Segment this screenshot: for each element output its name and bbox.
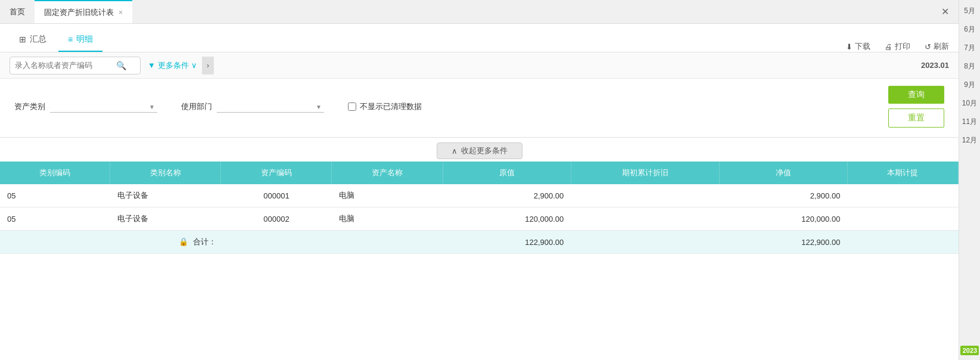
tab-active-label: 固定资产折旧统计表 xyxy=(44,7,114,18)
download-button[interactable]: ⬇ 下载 xyxy=(846,41,870,52)
search-icon: 🔍 xyxy=(116,61,126,70)
cell-asset-code: 000001 xyxy=(221,184,332,207)
sidebar-month[interactable]: 9月 xyxy=(959,76,980,94)
search-input-wrap: 🔍 xyxy=(10,57,141,75)
reset-button[interactable]: 重置 xyxy=(888,108,944,128)
sidebar-month[interactable]: 11月 xyxy=(959,113,980,131)
data-table: 类别编码 类别名称 资产编码 资产名称 原值 期初累计折旧 净值 本期计提 05… xyxy=(0,162,959,254)
advanced-filters: 资产类别 使用部门 不显示已清理数据 xyxy=(0,79,959,138)
cell-net-value: 120,000.00 xyxy=(719,207,847,231)
cell-asset-code: 000002 xyxy=(221,207,332,231)
total-asset-code xyxy=(221,231,332,254)
filter-row: 资产类别 使用部门 不显示已清理数据 xyxy=(14,86,944,128)
query-button[interactable]: 查询 xyxy=(888,86,944,104)
asset-category-label: 资产类别 xyxy=(14,101,45,112)
table-row: 05 电子设备 000001 电脑 2,900.00 2,900.00 xyxy=(0,184,959,207)
cell-accumulated-depreciation xyxy=(571,207,719,231)
sidebar-month[interactable]: 12月 xyxy=(959,132,980,149)
cell-net-value: 2,900.00 xyxy=(719,184,847,207)
collapse-arrow-icon: ∧ xyxy=(452,147,458,156)
collapse-label: 收起更多条件 xyxy=(461,145,508,156)
no-cleared-field: 不显示已清理数据 xyxy=(348,101,422,112)
col-original-value: 原值 xyxy=(443,162,571,184)
year-badge: 2023 xyxy=(960,346,979,355)
download-label: 下载 xyxy=(855,41,870,52)
cell-category-name: 电子设备 xyxy=(110,207,221,231)
no-cleared-label: 不显示已清理数据 xyxy=(360,101,422,112)
filter-icon: ▼ xyxy=(148,61,155,70)
print-button[interactable]: 🖨 打印 xyxy=(885,41,910,52)
detail-icon: ≡ xyxy=(68,35,73,44)
asset-category-select[interactable] xyxy=(50,101,157,113)
table-wrap: 类别编码 类别名称 资产编码 资产名称 原值 期初累计折旧 净值 本期计提 05… xyxy=(0,162,959,360)
sidebar-month[interactable]: 6月 xyxy=(959,21,980,38)
collapse-bar: ∧ 收起更多条件 xyxy=(0,138,959,162)
no-cleared-checkbox[interactable] xyxy=(348,103,356,111)
refresh-icon: ↺ xyxy=(925,42,931,51)
col-current-depreciation: 本期计提 xyxy=(847,162,958,184)
asset-category-select-wrap xyxy=(50,101,157,113)
cell-accumulated-depreciation xyxy=(571,184,719,207)
cell-category-name: 电子设备 xyxy=(110,184,221,207)
print-label: 打印 xyxy=(895,41,910,52)
date-display: 2023.01 xyxy=(921,61,949,70)
tab-home[interactable]: 首页 xyxy=(0,0,35,23)
right-sidebar: 5月6月7月8月9月10月11月12月2023 xyxy=(959,0,980,360)
table-row: 05 电子设备 000002 电脑 120,000.00 120,000.00 xyxy=(0,207,959,231)
cell-asset-name: 电脑 xyxy=(332,184,443,207)
tab-detail[interactable]: ≡ 明细 xyxy=(58,28,102,52)
summary-icon: ⊞ xyxy=(19,35,26,44)
total-current-depreciation xyxy=(847,231,958,254)
more-conditions-button[interactable]: ▼ 更多条件 ∨ xyxy=(148,60,197,71)
total-row: 🔒 合计： 122,900.00 122,900.00 xyxy=(0,231,959,254)
cell-original-value: 120,000.00 xyxy=(443,207,571,231)
asset-category-field: 资产类别 xyxy=(14,101,157,113)
table-body: 05 电子设备 000001 电脑 2,900.00 2,900.00 05 电… xyxy=(0,184,959,254)
download-icon: ⬇ xyxy=(846,42,853,51)
col-asset-code: 资产编码 xyxy=(221,162,332,184)
col-asset-name: 资产名称 xyxy=(332,162,443,184)
cell-original-value: 2,900.00 xyxy=(443,184,571,207)
collapse-button[interactable]: ∧ 收起更多条件 xyxy=(437,142,522,159)
window-close-button[interactable]: ✕ xyxy=(941,6,949,17)
total-original-value: 122,900.00 xyxy=(443,231,571,254)
total-net-value: 122,900.00 xyxy=(719,231,847,254)
department-select[interactable] xyxy=(217,101,324,113)
detail-label: 明细 xyxy=(76,34,93,45)
cell-asset-name: 电脑 xyxy=(332,207,443,231)
tab-home-label: 首页 xyxy=(10,7,25,17)
col-net-value: 净值 xyxy=(719,162,847,184)
refresh-label: 刷新 xyxy=(934,41,949,52)
total-accumulated-depreciation xyxy=(571,231,719,254)
department-label: 使用部门 xyxy=(181,101,212,112)
sub-tab-actions: ⬇ 下载 🖨 打印 ↺ 刷新 xyxy=(846,41,949,52)
department-select-wrap xyxy=(217,101,324,113)
sidebar-month[interactable]: 8月 xyxy=(959,58,980,75)
sidebar-month[interactable]: 7月 xyxy=(959,39,980,57)
tab-summary[interactable]: ⊞ 汇总 xyxy=(10,28,56,52)
filter-bar: 🔍 ▼ 更多条件 ∨ › 2023.01 xyxy=(0,52,959,79)
search-input[interactable] xyxy=(15,61,116,70)
refresh-button[interactable]: ↺ 刷新 xyxy=(925,41,949,52)
total-icon: 🔒 xyxy=(179,237,188,246)
col-category-name: 类别名称 xyxy=(110,162,221,184)
table-header: 类别编码 类别名称 资产编码 资产名称 原值 期初累计折旧 净值 本期计提 xyxy=(0,162,959,184)
chevron-down-icon: ∨ xyxy=(191,61,197,70)
sub-tab-bar: ⊞ 汇总 ≡ 明细 ⬇ 下载 🖨 打印 ↺ 刷新 xyxy=(0,24,959,52)
cell-current-depreciation xyxy=(847,184,958,207)
cell-current-depreciation xyxy=(847,207,958,231)
department-field: 使用部门 xyxy=(181,101,324,113)
date-arrow-button[interactable]: › xyxy=(202,57,214,75)
summary-label: 汇总 xyxy=(30,34,46,45)
sidebar-month[interactable]: 5月 xyxy=(959,2,980,20)
sidebar-month[interactable]: 10月 xyxy=(959,95,980,112)
tab-bar: 首页 固定资产折旧统计表 × ✕ xyxy=(0,0,959,24)
total-asset-name xyxy=(332,231,443,254)
cell-category-code: 05 xyxy=(0,184,110,207)
total-label: 🔒 合计： xyxy=(0,231,221,254)
tab-close-icon[interactable]: × xyxy=(119,8,123,17)
more-conditions-label: 更多条件 xyxy=(158,60,189,71)
cell-category-code: 05 xyxy=(0,207,110,231)
col-accumulated-depreciation: 期初累计折旧 xyxy=(571,162,719,184)
tab-active[interactable]: 固定资产折旧统计表 × xyxy=(35,0,132,23)
